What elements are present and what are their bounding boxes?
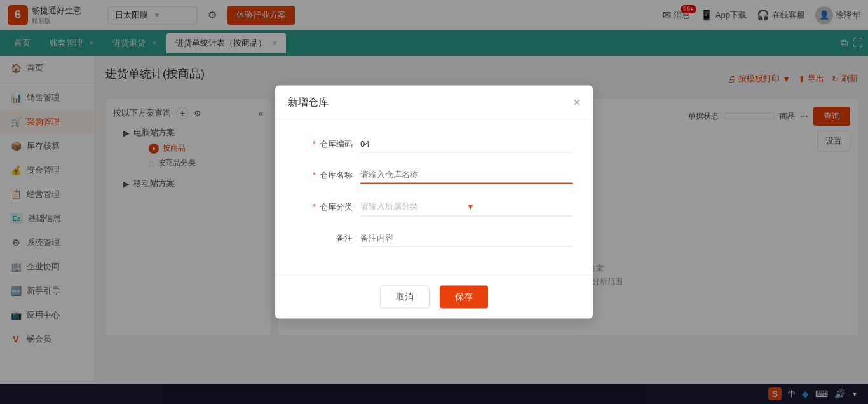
- warehouse-remark-input[interactable]: [360, 229, 573, 247]
- select-arrow-icon: ▼: [466, 201, 573, 211]
- modal-body: * 仓库编码 * 仓库名称 * 仓库分类 请输入所属分类 ▼: [275, 120, 593, 275]
- modal-close-button[interactable]: ×: [573, 96, 580, 109]
- warehouse-code-input[interactable]: [360, 135, 573, 153]
- warehouse-remark-row: * 备注: [295, 229, 573, 247]
- modal-header: 新增仓库 ×: [275, 86, 593, 120]
- warehouse-code-row: * 仓库编码: [295, 135, 573, 153]
- warehouse-category-select[interactable]: 请输入所属分类 ▼: [360, 197, 573, 217]
- warehouse-name-input[interactable]: [360, 166, 573, 184]
- modal-footer: 取消 保存: [275, 275, 593, 319]
- warehouse-name-row: * 仓库名称: [295, 166, 573, 184]
- save-button[interactable]: 保存: [440, 286, 488, 309]
- add-warehouse-modal: 新增仓库 × * 仓库编码 * 仓库名称 * 仓库分类 请输入: [275, 86, 593, 319]
- cancel-button[interactable]: 取消: [380, 286, 430, 309]
- warehouse-category-row: * 仓库分类 请输入所属分类 ▼: [295, 197, 573, 217]
- modal-title: 新增仓库: [288, 96, 329, 109]
